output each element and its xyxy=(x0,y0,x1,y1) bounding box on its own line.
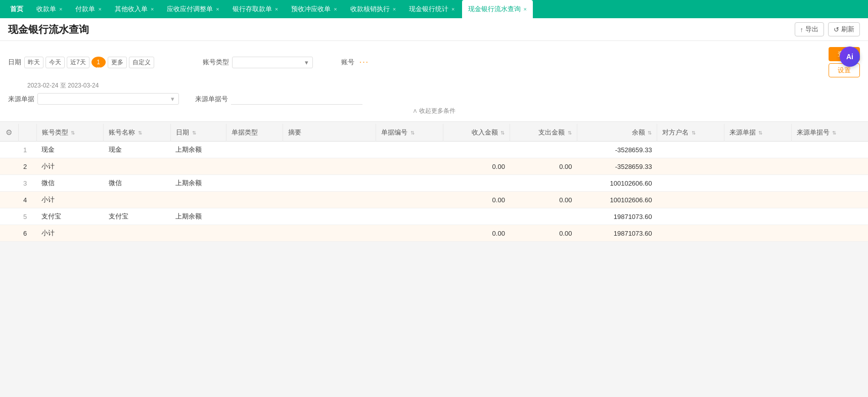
refresh-button[interactable]: ↺ 刷新 xyxy=(828,22,860,36)
table-container: ⚙ 账号类型 ⇅ 账号名称 ⇅ 日期 ⇅ 单据类型 摘要 单据编号 ⇅ 收入金额… xyxy=(0,124,868,242)
account-dots-button[interactable]: ··· xyxy=(359,58,369,67)
date-btn-today[interactable]: 今天 xyxy=(45,57,65,68)
nav-item-cash-bank-query[interactable]: 现金银行流水查询 × xyxy=(462,0,533,18)
td-source-doc xyxy=(724,158,791,175)
nav-item-receipt-writeoff[interactable]: 收款核销执行 × xyxy=(344,0,402,18)
th-settings[interactable]: ⚙ xyxy=(0,124,18,142)
td-index: 6 xyxy=(18,225,36,242)
td-doc-no xyxy=(376,175,443,192)
settings-gear-icon[interactable]: ⚙ xyxy=(6,128,12,137)
account-type-filter-group: 账号类型 ▾ xyxy=(203,57,313,68)
source-doc-no-input[interactable] xyxy=(231,94,362,105)
nav-receipt-close[interactable]: × xyxy=(59,6,62,12)
td-source-doc-no xyxy=(791,158,868,175)
nav-bank-deposit-close[interactable]: × xyxy=(275,6,278,12)
nav-pre-receive-label: 预收冲应收单 xyxy=(291,5,331,14)
td-doc-type xyxy=(226,208,283,225)
date-btn-1month[interactable]: 近1月 xyxy=(92,57,106,68)
account-type-select[interactable]: ▾ xyxy=(232,57,313,68)
source-doc-no-group: 来源单据号 xyxy=(195,94,362,105)
td-income: 0.00 xyxy=(443,158,510,175)
source-doc-select[interactable]: ▾ xyxy=(37,93,179,105)
th-account-type[interactable]: 账号类型 ⇅ xyxy=(36,124,104,142)
td-date xyxy=(170,192,226,208)
filter-row-2: 来源单据 ▾ 来源单据号 xyxy=(8,93,860,105)
nav-item-other-income[interactable]: 其他收入单 × xyxy=(109,0,160,18)
date-btn-custom[interactable]: 自定义 xyxy=(129,57,154,68)
td-summary xyxy=(283,225,376,242)
nav-item-receipt[interactable]: 收款单 × xyxy=(30,0,68,18)
collapse-bar[interactable]: ∧ 收起更多条件 xyxy=(8,105,860,117)
nav-item-payment[interactable]: 付款单 × xyxy=(69,0,107,18)
source-doc-chevron-icon: ▾ xyxy=(171,95,174,103)
table-row: 6小计0.000.0019871073.60 xyxy=(0,225,868,242)
nav-payment-close[interactable]: × xyxy=(98,6,101,12)
ai-assistant-button[interactable]: Ai xyxy=(840,47,860,67)
td-date: 上期余额 xyxy=(170,208,226,225)
td-date xyxy=(170,158,226,175)
nav-pre-receive-close[interactable]: × xyxy=(334,6,337,12)
date-options: 昨天 今天 近7天 近1月 更多 自定义 xyxy=(24,57,154,68)
td-expense: 0.00 xyxy=(510,158,577,175)
nav-item-cash-bank-stats[interactable]: 现金银行统计 × xyxy=(403,0,461,18)
th-date[interactable]: 日期 ⇅ xyxy=(170,124,226,142)
td-doc-type xyxy=(226,142,283,158)
date-btn-yesterday[interactable]: 昨天 xyxy=(24,57,43,68)
td-balance: 100102606.60 xyxy=(577,192,657,208)
source-doc-label: 来源单据 xyxy=(8,95,34,104)
td-summary xyxy=(283,142,376,158)
nav-cash-bank-stats-close[interactable]: × xyxy=(451,6,454,12)
td-account-type: 小计 xyxy=(36,225,104,242)
td-settings xyxy=(0,225,18,242)
export-label: 导出 xyxy=(805,25,818,34)
page-header: 现金银行流水查询 ↑ 导出 ↺ 刷新 xyxy=(0,18,868,41)
top-nav: 首页 收款单 × 付款单 × 其他收入单 × 应收应付调整单 × 银行存取款单 … xyxy=(0,0,868,18)
td-index: 2 xyxy=(18,158,36,175)
nav-other-income-label: 其他收入单 xyxy=(115,5,148,14)
td-settings xyxy=(0,208,18,225)
td-counterpart xyxy=(657,225,724,242)
th-balance[interactable]: 余额 ⇅ xyxy=(577,124,657,142)
refresh-icon: ↺ xyxy=(834,26,839,33)
date-btn-7days[interactable]: 近7天 xyxy=(67,57,89,68)
nav-item-bank-deposit[interactable]: 银行存取款单 × xyxy=(226,0,284,18)
td-balance: -3528659.33 xyxy=(577,158,657,175)
date-range-text: 2023-02-24 至 2023-03-24 xyxy=(27,82,99,89)
th-expense[interactable]: 支出金额 ⇅ xyxy=(510,124,577,142)
td-source-doc xyxy=(724,225,791,242)
td-expense xyxy=(510,208,577,225)
td-summary xyxy=(283,175,376,192)
date-range-display: 2023-02-24 至 2023-03-24 xyxy=(25,81,860,90)
td-account-name: 支付宝 xyxy=(104,208,171,225)
data-table: ⚙ 账号类型 ⇅ 账号名称 ⇅ 日期 ⇅ 单据类型 摘要 单据编号 ⇅ 收入金额… xyxy=(0,124,868,242)
td-index: 3 xyxy=(18,175,36,192)
nav-cash-bank-query-close[interactable]: × xyxy=(524,6,527,12)
source-doc-no-label: 来源单据号 xyxy=(195,95,228,104)
th-counterpart[interactable]: 对方户名 ⇅ xyxy=(657,124,724,142)
th-source-doc[interactable]: 来源单据 ⇅ xyxy=(724,124,791,142)
td-account-type: 微信 xyxy=(36,175,104,192)
nav-item-pre-receive[interactable]: 预收冲应收单 × xyxy=(285,0,343,18)
table-row: 3微信微信上期余额100102606.60 xyxy=(0,175,868,192)
nav-receipt-writeoff-close[interactable]: × xyxy=(393,6,396,12)
td-source-doc-no xyxy=(791,225,868,242)
td-source-doc xyxy=(724,192,791,208)
nav-item-home[interactable]: 首页 xyxy=(4,0,29,18)
table-header-row: ⚙ 账号类型 ⇅ 账号名称 ⇅ 日期 ⇅ 单据类型 摘要 单据编号 ⇅ 收入金额… xyxy=(0,124,868,142)
td-income xyxy=(443,142,510,158)
table-row: 1现金现金上期余额-3528659.33 xyxy=(0,142,868,158)
source-doc-group: 来源单据 ▾ xyxy=(8,93,179,105)
th-income[interactable]: 收入金额 ⇅ xyxy=(443,124,510,142)
nav-other-income-close[interactable]: × xyxy=(151,6,154,12)
date-btn-more[interactable]: 更多 xyxy=(108,57,127,68)
td-settings xyxy=(0,192,18,208)
th-source-doc-no[interactable]: 来源单据号 ⇅ xyxy=(791,124,868,142)
th-summary: 摘要 xyxy=(283,124,376,142)
th-doc-no[interactable]: 单据编号 ⇅ xyxy=(376,124,443,142)
export-button[interactable]: ↑ 导出 xyxy=(795,22,825,36)
th-account-name[interactable]: 账号名称 ⇅ xyxy=(104,124,171,142)
nav-item-ar-ap-adj[interactable]: 应收应付调整单 × xyxy=(161,0,225,18)
nav-ar-ap-adj-close[interactable]: × xyxy=(216,6,219,12)
td-source-doc-no xyxy=(791,192,868,208)
td-settings xyxy=(0,175,18,192)
